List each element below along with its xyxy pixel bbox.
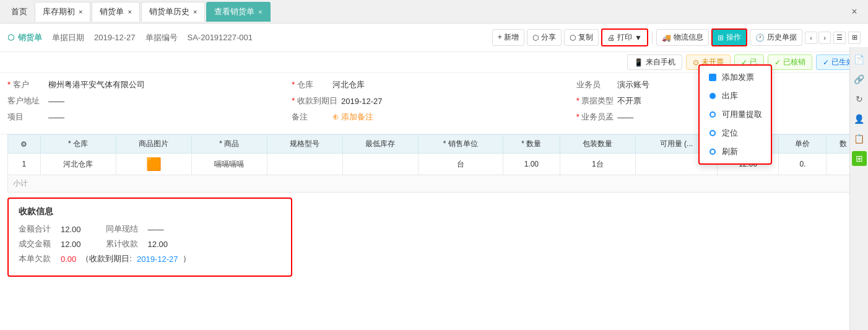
grid-view-icon[interactable]: ⊞ [848,32,861,44]
form-meta: 单据日期 2019-12-27 单据编号 SA-20191227-001 [52,32,253,43]
customer-label: 客户 [7,79,45,90]
refresh-icon [708,147,717,156]
payment-date-value: 2019-12-27 [341,97,383,106]
cumulative-value: 12.00 [148,240,168,249]
copy-button[interactable]: ⬡ 复制 [564,29,599,46]
copy-label: 复制 [578,32,593,43]
share-button[interactable]: ⬡ 分享 [527,29,562,46]
due-label: 本单欠款 [19,253,56,264]
right-icon-expand[interactable]: ⊞ [852,151,867,166]
logistics-label: 物流信息 [674,32,703,43]
same-order-item: 同单现结 —— [106,224,164,235]
right-icon-doc[interactable]: 📄 [852,52,867,67]
tab-sales-history-label: 销货单历史 [149,6,189,17]
list-view-icon[interactable]: ☰ [833,32,846,44]
tab-sales[interactable]: 销货单 × [92,2,139,22]
cell-image: 🟧 [116,154,191,175]
form-header: ⬡ 销货单 单据日期 2019-12-27 单据编号 SA-20191227-0… [0,24,868,52]
tab-view-sales-label: 查看销货单 [214,6,254,17]
history-button[interactable]: 🕐 历史单据 [750,29,802,46]
cell-product: 嗝嗝嗝嗝 [191,154,267,175]
salesperson-label: 业务员孟 [576,111,614,123]
tab-inventory-close[interactable]: × [79,8,82,15]
dropdown-item-locate[interactable]: 定位 [700,124,771,142]
due-item: 本单欠款 0.00 （收款到期日: 2019-12-27 ） [19,253,191,264]
tab-bar: 首页 库存期初 × 销货单 × 销货单历史 × 查看销货单 × × [0,0,868,24]
tab-inventory-label: 库存期初 [43,6,75,17]
staff-label: 业务员 [576,79,614,90]
print-icon: 🖨 [607,33,615,42]
right-icon-clipboard[interactable]: 📋 [852,131,867,146]
logistics-button[interactable]: 🚚 物流信息 [656,29,709,46]
right-icon-user[interactable]: 👤 [852,111,867,126]
invoice-label: 添加发票 [722,72,754,83]
prev-arrow[interactable]: ‹ [805,32,817,44]
col-qty: * 数量 [503,135,560,154]
operations-button[interactable]: ⊞ 操作 [711,28,747,46]
print-label: 打印 [617,32,632,43]
dropdown-item-invoice[interactable]: 添加发票 [700,68,771,87]
payment-row-3: 本单欠款 0.00 （收款到期日: 2019-12-27 ） [19,253,281,264]
due-date: 2019-12-27 [137,254,178,264]
col-warehouse: * 仓库 [40,135,116,154]
form-title: ⬡ 销货单 [7,32,42,43]
right-icon-rotate[interactable]: ↻ [852,92,867,106]
from-phone-button[interactable]: 📱 来自手机 [627,54,682,70]
tab-home[interactable]: 首页 [5,2,33,21]
note-label: 备注 [292,111,329,123]
date-label: 单据日期 [52,32,84,43]
form-title-text: 销货单 [18,32,42,43]
date-value: 2019-12-27 [94,33,136,42]
col-price: 单价 [779,135,827,154]
payment-row-2: 成交金额 12.00 累计收款 12.00 [19,238,281,250]
invoice-icon [708,73,717,82]
toolbar-divider [652,32,653,44]
amount-label: 金额合计 [19,224,56,235]
payment-row-1: 金额合计 12.00 同单现结 —— [19,224,281,235]
share-icon: ⬡ [532,33,539,42]
address-value: —— [48,97,64,106]
share-label: 分享 [541,32,556,43]
tab-view-sales-close[interactable]: × [258,8,262,15]
right-icon-link[interactable]: 🔗 [852,72,867,87]
dropdown-item-refresh[interactable]: 刷新 [700,142,771,161]
tab-view-sales[interactable]: 查看销货单 × [206,2,270,22]
payment-date-field: 收款到期日 2019-12-27 [292,95,576,106]
main-content: ⬡ 销货单 单据日期 2019-12-27 单据编号 SA-20191227-0… [0,24,868,330]
number-label: 单据编号 [145,32,178,43]
tab-sales-history-close[interactable]: × [193,8,197,15]
col-spec: 规格型号 [267,135,342,154]
col-min-stock: 最低库存 [342,135,418,154]
col-image: 商品图片 [116,135,191,154]
next-arrow[interactable]: › [818,32,831,44]
customer-value: 柳州粤港平安气体有限公司 [48,79,145,90]
dropdown-menu: 添加发票 出库 可用量提取 定位 [698,64,772,165]
due-end: ） [183,253,191,264]
voided-button[interactable]: ✓ 已核销 [768,54,812,70]
warehouse-field: 仓库 河北仓库 [292,79,576,90]
add-note-button[interactable]: ⊕ 添加备注 [332,111,373,123]
cell-spec [267,154,342,175]
dropdown-item-available[interactable]: 可用量提取 [700,105,771,124]
tab-sales-history[interactable]: 销货单历史 × [141,2,205,22]
deal-amount-value: 12.00 [61,240,81,249]
col-gear[interactable]: ⚙ [8,135,41,154]
operations-label: 操作 [726,32,741,43]
voided-label: 已核销 [783,57,805,67]
amount-value: 12.00 [61,225,81,234]
refresh-label: 刷新 [722,146,738,157]
dropdown-item-outbound[interactable]: 出库 [700,87,771,105]
number-value: SA-20191227-001 [188,33,253,42]
project-field: 项目 —— [7,111,292,123]
print-button[interactable]: 🖨 打印 ▼ [601,28,648,46]
available-label: 可用量提取 [722,109,762,120]
locate-icon [708,129,717,137]
sales-order-icon: ⬡ [7,33,14,42]
outbound-icon [708,92,717,100]
tab-sales-close[interactable]: × [128,8,131,15]
tab-inventory[interactable]: 库存期初 × [35,2,90,22]
ticket-label: 票据类型 [576,95,614,106]
window-close-button[interactable]: × [846,3,863,20]
add-button[interactable]: + 新增 [492,29,524,46]
amount-item: 金额合计 12.00 [19,224,81,235]
